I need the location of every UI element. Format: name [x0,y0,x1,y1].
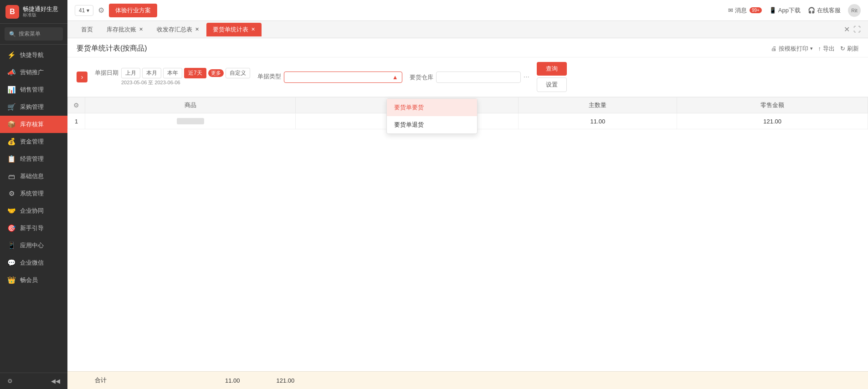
apps-icon: 📱 [7,241,15,250]
filter-area-wrapper: › 单据日期 上月 本月 本年 近7天 更多 自定义 2023-05-06 [67,57,868,97]
logo-icon: B [5,5,19,19]
tab-close-icon[interactable]: ✕ [195,26,199,32]
print-button[interactable]: 🖨 按模板打印 ▾ [771,45,813,53]
settings-topbar-icon[interactable]: ⚙ [98,6,104,15]
date-btn-custom[interactable]: 自定义 [226,68,250,78]
sidebar-item-sales[interactable]: 📊 销售管理 [0,81,67,98]
sidebar-item-finance[interactable]: 💰 资金管理 [0,133,67,150]
settings-footer-icon[interactable]: ⚙ [7,378,13,384]
search-menu-label: 搜索菜单 [19,30,41,38]
more-badge[interactable]: 更多 [208,69,224,77]
type-filter-input-wrapper[interactable]: ▲ [284,72,402,83]
date-filter-label: 单据日期 [95,68,118,77]
cell-seq: 1 [68,113,85,129]
date-btn-7days[interactable]: 近7天 [184,68,206,78]
sidebar-item-quicknav[interactable]: ⚡ 快捷导航 [0,46,67,64]
company-number: 41 [79,7,85,14]
cell-product [85,113,296,129]
sidebar-item-member[interactable]: 👑 畅会员 [0,271,67,289]
sidebar-item-coop[interactable]: 🤝 企业协同 [0,202,67,220]
column-settings-icon[interactable]: ⚙ [73,102,79,109]
sidebar-item-operation[interactable]: 📋 经营管理 [0,150,67,168]
refresh-icon: ↻ [840,45,845,52]
filter-expand-button[interactable]: › [77,72,87,82]
industry-btn[interactable]: 体验行业方案 [109,4,157,17]
date-btn-last-month[interactable]: 上月 [121,68,140,78]
app-download-label: App下载 [778,6,801,15]
sidebar-item-label: 企业协同 [20,207,44,215]
member-icon: 👑 [7,276,15,284]
sidebar-item-apps[interactable]: 📱 应用中心 [0,237,67,254]
product-placeholder [177,118,204,124]
download-icon: 📱 [769,7,776,14]
page-title: 要货单统计表(按商品) [77,44,147,53]
filter-buttons: 查询 设置 [537,62,567,92]
th-product: 商品 [85,97,296,113]
page-header: 要货单统计表(按商品) 🖨 按模板打印 ▾ ↑ 导出 ↻ 刷新 [67,38,868,57]
online-service-button[interactable]: 🎧 在线客服 [808,6,841,15]
operation-icon: 📋 [7,155,15,163]
tab-home[interactable]: 首页 [75,23,99,36]
chevron-up-icon[interactable]: ▲ [392,74,398,81]
search-menu-button[interactable]: 🔍 搜索菜单 [5,27,63,41]
date-filter-group: 单据日期 上月 本月 本年 近7天 更多 自定义 2023-05-06 至 20… [95,68,250,86]
sidebar-item-guide[interactable]: 🎯 新手引导 [0,220,67,237]
date-btn-this-month[interactable]: 本月 [142,68,161,78]
collapse-button[interactable]: ◀◀ [51,378,60,384]
filter-settings-button[interactable]: 设置 [537,77,567,92]
company-selector[interactable]: 41 ▾ [75,5,93,16]
logo-sub: 标准版 [23,12,58,18]
tab-batch[interactable]: 库存批次账 ✕ [100,23,149,36]
search-icon: 🔍 [9,31,16,37]
footer-label: 合计 [89,376,134,384]
dropdown-item-order[interactable]: 要货单要货 [387,99,477,116]
tab-label: 收发存汇总表 [157,26,192,34]
th-settings: ⚙ [68,97,85,113]
warehouse-filter-label: 要货仓库 [410,72,433,82]
sidebar-item-purchase[interactable]: 🛒 采购管理 [0,98,67,116]
tab-label: 库存批次账 [107,26,136,34]
notification-badge: 99+ [750,7,762,13]
logo-main: 畅捷通好生意 [23,5,58,13]
tab-close-icon[interactable]: ✕ [139,26,143,32]
more-options-icon[interactable]: ··· [524,73,529,81]
maximize-icon[interactable]: ⛶ [853,26,861,34]
refresh-button[interactable]: ↻ 刷新 [840,45,859,53]
wechat-icon: 💬 [7,259,15,267]
tab-summary[interactable]: 收发存汇总表 ✕ [150,23,205,36]
sidebar-item-wechat[interactable]: 💬 企业微信 [0,254,67,271]
app-download-button[interactable]: 📱 App下载 [769,6,801,15]
sidebar-item-marketing[interactable]: 📣 营销推广 [0,64,67,81]
quicknav-icon: ⚡ [7,51,15,59]
sidebar-item-basic[interactable]: 🗃 基础信息 [0,168,67,185]
sidebar-item-label: 库存核算 [20,120,44,128]
sidebar-item-label: 销售管理 [20,86,44,94]
th-qty: 主数量 [519,97,677,113]
warehouse-filter-input[interactable] [436,72,521,83]
table-footer: 合计 11.00 121.00 [67,371,868,389]
system-icon: ⚙ [7,189,15,198]
sidebar-item-inventory[interactable]: 📦 库存核算 [0,116,67,133]
query-button[interactable]: 查询 [537,62,567,76]
date-range: 2023-05-06 至 2023-06-06 [121,79,250,86]
inventory-icon: 📦 [7,120,15,128]
topbar-left: 41 ▾ ⚙ 体验行业方案 [75,4,723,17]
notification-button[interactable]: ✉ 消息 99+ [728,6,762,15]
sidebar-item-label: 畅会员 [20,276,38,284]
date-options: 上月 本月 本年 近7天 更多 自定义 2023-05-06 至 2023-06… [121,68,250,86]
notification-label: 消息 [735,6,747,15]
close-tab-icon[interactable]: ✕ [844,25,850,34]
type-filter-group: 单据类型 ▲ [257,72,402,83]
coop-icon: 🤝 [7,207,15,215]
type-filter-input[interactable] [288,74,390,81]
tab-order-stats[interactable]: 要货单统计表 ✕ [206,23,262,36]
date-btn-this-year[interactable]: 本年 [163,68,182,78]
sidebar-item-system[interactable]: ⚙ 系统管理 [0,185,67,202]
cell-qty: 11.00 [519,113,677,129]
export-button[interactable]: ↑ 导出 [818,45,835,53]
avatar[interactable]: Rit [848,4,861,17]
dropdown-item-return[interactable]: 要货单退货 [387,116,477,133]
logo-text: 畅捷通好生意 标准版 [23,5,58,18]
tab-close-icon[interactable]: ✕ [251,26,255,32]
tabbar: 首页 库存批次账 ✕ 收发存汇总表 ✕ 要货单统计表 ✕ ✕ ⛶ [67,21,868,38]
